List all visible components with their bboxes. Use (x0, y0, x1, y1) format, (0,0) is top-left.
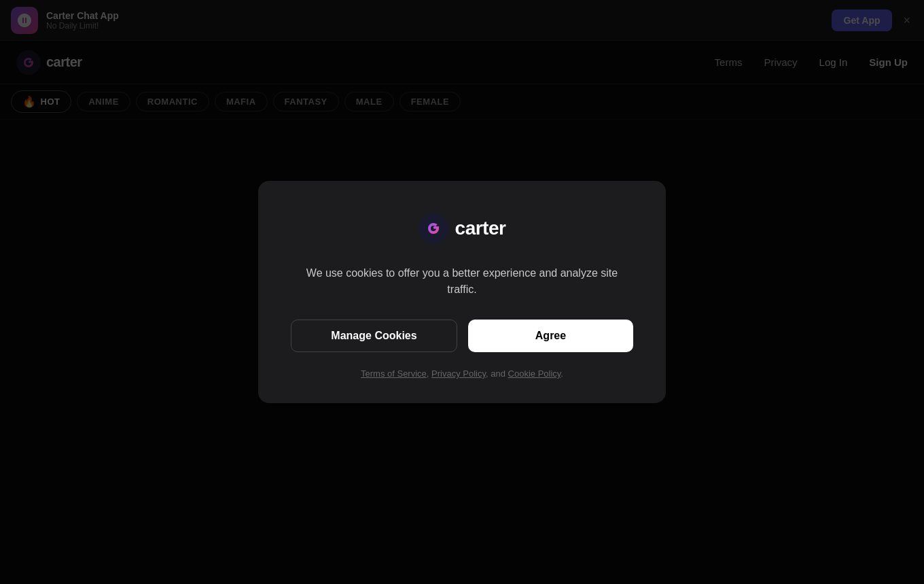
cookie-overlay: carter We use cookies to offer you a bet… (0, 0, 924, 584)
manage-cookies-button[interactable]: Manage Cookies (291, 320, 457, 352)
modal-logo-text: carter (455, 218, 506, 239)
agree-button[interactable]: Agree (468, 320, 633, 352)
privacy-policy-link[interactable]: Privacy Policy (431, 368, 486, 379)
modal-logo-icon (419, 213, 448, 243)
modal-logo: carter (419, 213, 506, 243)
cookie-footer: Terms of Service, Privacy Policy, and Co… (361, 368, 563, 379)
cookie-modal: carter We use cookies to offer you a bet… (258, 181, 666, 403)
cookie-message: We use cookies to offer you a better exp… (291, 265, 633, 298)
cookie-policy-link[interactable]: Cookie Policy (508, 368, 561, 379)
terms-of-service-link[interactable]: Terms of Service (361, 368, 427, 379)
cookie-buttons: Manage Cookies Agree (291, 320, 633, 352)
